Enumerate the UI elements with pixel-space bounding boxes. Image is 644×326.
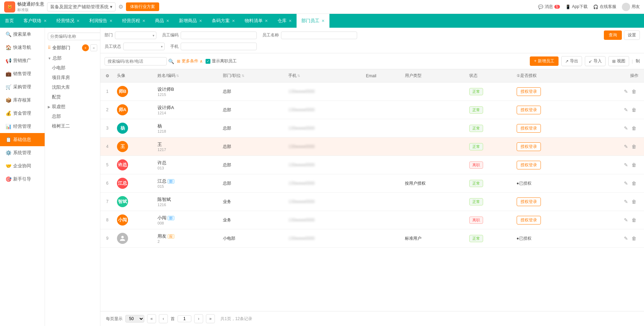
delete-button[interactable]: 🗑: [631, 106, 637, 113]
nav-item-home[interactable]: 首页: [0, 14, 19, 28]
more-filter-button[interactable]: ⊞ 更多条件 ∧: [177, 58, 203, 64]
nav-close-customer[interactable]: ✕: [44, 19, 47, 23]
import-button[interactable]: ↙ 导入: [585, 56, 606, 66]
delete-button[interactable]: 🗑: [631, 125, 637, 132]
tree-node-zongbu[interactable]: 总部: [45, 112, 100, 121]
dept-search-input[interactable]: [48, 33, 100, 40]
nav-close-barcode[interactable]: ✕: [232, 19, 235, 23]
delete-button[interactable]: 🗑: [631, 217, 637, 223]
nav-close-add-goods[interactable]: ✕: [199, 19, 202, 23]
sidebar-item-basic-info[interactable]: 📋 基础信息: [0, 133, 45, 146]
edit-button[interactable]: ✎: [623, 217, 629, 223]
tree-node-shuangxu[interactable]: ▶ 双虚想: [45, 102, 100, 112]
edit-button[interactable]: ✎: [623, 161, 629, 168]
col-dept-position[interactable]: 部门/职位⇅: [220, 69, 285, 82]
view-button[interactable]: ⊞ 视图: [608, 56, 629, 66]
nav-item-customer[interactable]: 客户联络✕: [19, 14, 52, 28]
tree-node-project[interactable]: 项目库房: [45, 73, 100, 82]
nav-close-warehouse[interactable]: ✕: [289, 19, 292, 23]
grant-auth-button[interactable]: 授权登录: [517, 87, 541, 96]
settings-icon[interactable]: ⚙: [118, 3, 123, 10]
grant-auth-button[interactable]: 授权登录: [517, 106, 541, 114]
edit-button[interactable]: ✎: [623, 180, 629, 187]
next-page-button[interactable]: ›: [194, 314, 203, 323]
delete-button[interactable]: 🗑: [631, 235, 637, 242]
edit-button[interactable]: ✎: [623, 198, 629, 205]
tree-node-peihuo[interactable]: 配货: [45, 92, 100, 102]
dept-select[interactable]: [115, 32, 156, 39]
nav-item-profit[interactable]: 利润报告✕: [84, 14, 117, 28]
page-number-input[interactable]: [178, 315, 191, 322]
staff-search-button[interactable]: 🔍: [168, 59, 174, 64]
edit-button[interactable]: ✎: [623, 143, 629, 150]
nav-close-goods[interactable]: ✕: [166, 19, 169, 23]
empcode-input[interactable]: [181, 32, 257, 39]
show-resigned-toggle[interactable]: ✓ 显示离职员工: [206, 58, 237, 64]
nav-item-barcode[interactable]: 条码方案✕: [207, 14, 240, 28]
delete-button[interactable]: 🗑: [631, 161, 637, 168]
sort-phone-icon[interactable]: ⇅: [297, 74, 300, 78]
nav-close-material[interactable]: ✕: [265, 19, 268, 23]
grant-auth-button[interactable]: 授权登录: [517, 161, 541, 169]
delete-button[interactable]: 🗑: [631, 180, 637, 187]
col-name-code[interactable]: 姓名/编码⇅: [155, 69, 220, 82]
last-page-button[interactable]: »: [206, 314, 215, 323]
nav-close-profit[interactable]: ✕: [109, 19, 112, 23]
message-button[interactable]: 💬 消息 5: [538, 4, 560, 10]
delete-button[interactable]: 🗑: [631, 198, 637, 205]
sidebar-item-newguide[interactable]: 🎯 新手引导: [0, 173, 45, 186]
sidebar-item-collab[interactable]: 🤝 企业协同: [0, 159, 45, 173]
query-button[interactable]: 查询: [604, 30, 622, 40]
grant-auth-button[interactable]: 授权登录: [517, 216, 541, 224]
sort-name-icon[interactable]: ⇅: [176, 74, 179, 78]
page-size-select[interactable]: 50 100: [125, 315, 144, 323]
tree-node-shenyang[interactable]: 沈阳大库: [45, 82, 100, 92]
nav-item-goods[interactable]: 商品✕: [150, 14, 174, 28]
edit-button[interactable]: ✎: [623, 106, 629, 113]
tree-node-xiaodian[interactable]: 小电部: [45, 63, 100, 73]
print-label[interactable]: 制: [636, 58, 640, 64]
collapse-tree-button[interactable]: «: [90, 44, 97, 51]
sidebar-item-system[interactable]: ⚙️ 系统管理: [0, 146, 45, 159]
app-download-button[interactable]: 📱 App下载: [565, 4, 588, 10]
nav-close-dept-staff[interactable]: ✕: [321, 19, 325, 23]
nav-item-material[interactable]: 物料清单✕: [240, 14, 273, 28]
grant-auth-button[interactable]: 授权登录: [517, 197, 541, 206]
nav-item-add-goods[interactable]: 新增商品✕: [174, 14, 207, 28]
nav-close-history[interactable]: ✕: [142, 19, 145, 23]
nav-item-dept-staff[interactable]: 部门员工✕: [297, 14, 329, 28]
online-service-button[interactable]: 🎧 在线客服: [593, 4, 616, 10]
col-settings[interactable]: ⚙: [100, 69, 114, 82]
sidebar-item-marketing[interactable]: 📢 营销推广: [0, 54, 45, 67]
delete-button[interactable]: 🗑: [631, 143, 637, 150]
first-page-button[interactable]: «: [147, 314, 156, 323]
empstatus-select[interactable]: [123, 43, 165, 50]
export-button[interactable]: ↗ 导出: [561, 56, 582, 66]
grant-auth-button[interactable]: 授权登录: [517, 124, 541, 133]
reset-button[interactable]: 设置: [624, 30, 640, 40]
delete-button[interactable]: 🗑: [631, 88, 637, 95]
tree-node-zongbu-parent[interactable]: ▼ 总部: [45, 53, 100, 63]
user-menu-button[interactable]: 用友: [622, 3, 640, 11]
add-dept-button[interactable]: +: [82, 44, 89, 51]
system-name[interactable]: 装备及固定资产辅助管理系统 ▾: [47, 2, 116, 11]
sort-dept-icon[interactable]: ⇅: [242, 74, 244, 78]
empname-input[interactable]: [281, 32, 357, 39]
edit-button[interactable]: ✎: [623, 125, 629, 132]
edit-button[interactable]: ✎: [623, 235, 629, 242]
tree-node-zhishu[interactable]: 植树王二: [45, 121, 100, 131]
nav-item-history[interactable]: 经营历程✕: [117, 14, 150, 28]
sidebar-item-quicknav[interactable]: 🏠 快速导航: [0, 41, 45, 54]
prev-page-button[interactable]: ‹: [159, 314, 168, 323]
grant-auth-button[interactable]: 授权登录: [517, 142, 541, 151]
sidebar-item-purchase[interactable]: 🛒 采购管理: [0, 80, 45, 94]
sidebar-item-finance[interactable]: 💰 资金管理: [0, 107, 45, 120]
trial-button[interactable]: 体验行业方案: [126, 2, 159, 11]
nav-item-warehouse[interactable]: 仓库✕: [273, 14, 297, 28]
nav-close-business[interactable]: ✕: [76, 19, 80, 23]
sidebar-item-search[interactable]: 🔍 搜索菜单: [0, 28, 45, 41]
add-employee-button[interactable]: + 新增员工: [530, 56, 558, 66]
phone-input[interactable]: [181, 43, 257, 50]
nav-item-business[interactable]: 经营情况✕: [52, 14, 84, 28]
sidebar-item-management[interactable]: 📊 经营管理: [0, 120, 45, 133]
